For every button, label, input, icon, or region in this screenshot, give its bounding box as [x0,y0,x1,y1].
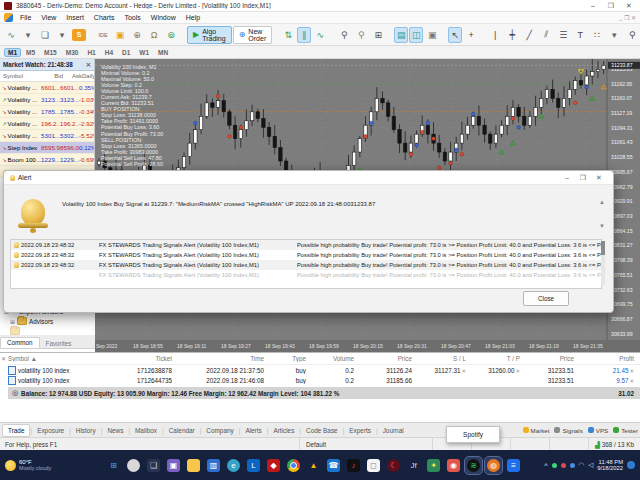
scroll-up-icon[interactable]: ▲ [599,199,605,205]
timeframe-m30[interactable]: M30 [62,48,83,57]
timeframe-m5[interactable]: M5 [22,48,39,57]
candlestick-icon[interactable]: ◫ [409,27,423,43]
start-button[interactable]: ⊞ [105,457,122,474]
line-chart-icon[interactable]: ▣ [424,27,440,43]
linkedin-icon[interactable]: L [245,457,262,474]
col-tp[interactable]: T / P [466,355,520,362]
taskbar-clock[interactable]: 11:48 PM 9/18/2022 [597,459,623,472]
market-watch-close-icon[interactable]: ✕ [86,61,91,68]
col-symbol[interactable]: Symbol ▲ [8,355,100,362]
dialog-minimize-button[interactable]: – [559,174,575,181]
timeframe-d1[interactable]: D1 [118,48,134,57]
tray-icon-blue[interactable] [570,463,575,468]
col-profit[interactable]: Profit [574,355,640,362]
app-orange-icon[interactable]: ◉ [445,457,462,474]
app-purple-icon[interactable]: ▣ [165,457,182,474]
alert-row[interactable]: 2022.09.18 23:48:32FX STEWARDS Trading S… [11,260,601,270]
chart-type-icon[interactable]: ∿ [3,27,19,43]
close-position-icon[interactable]: ✕ [629,368,634,374]
navigator-item-advisors[interactable]: ⊞Advisors [0,316,95,326]
search-icon[interactable] [125,457,142,474]
mw-col-0[interactable]: Symbol [0,73,44,79]
app-white-icon[interactable]: ◻ [365,457,382,474]
search-icon[interactable]: ⚲ [624,27,640,43]
app-amber-icon[interactable]: ◍ [485,457,502,474]
expander-icon[interactable]: ⊞ [10,318,15,325]
edge-icon[interactable]: e [225,457,242,474]
tab-company[interactable]: Company [201,425,238,436]
col-sl[interactable]: S / L [412,355,466,362]
market-watch-row[interactable]: ↘Step Index8595.98596.00.12% [0,142,94,154]
weather-widget[interactable]: 60°F Mostly cloudy [0,459,105,471]
close-button[interactable]: ✕ [622,2,636,10]
market-watch-row[interactable]: ↘Volatility ...5301...5302...-5.52% [0,130,94,142]
app-green-icon[interactable]: ✦ [425,457,442,474]
task-view-icon[interactable]: ❏ [145,457,162,474]
trendline-icon[interactable]: ╱ [521,27,537,43]
alert-dialog-titlebar[interactable]: Alert – ❐ ✕ [4,171,613,185]
alert-list-scrollbar[interactable] [601,241,605,285]
mw-col-2[interactable]: Ask [63,73,82,79]
algo-trading-button[interactable]: ▶Algo Trading [187,26,232,44]
alert-row[interactable]: 2022.09.18 23:48:32FX STEWARDS Trading S… [11,240,601,250]
depth-icon[interactable]: ∥ [297,27,311,43]
timeframe-mn[interactable]: MN [154,48,172,57]
volume-icon[interactable]: ◁ [588,461,593,469]
menu-view[interactable]: View [36,14,61,21]
menu-tools[interactable]: Tools [119,14,145,21]
navigator-tab-favorites[interactable]: Favorites [40,339,78,348]
tab-alerts[interactable]: Alerts [240,425,266,436]
col-time[interactable]: Time [172,355,264,362]
dropdown-icon[interactable]: ▾ [54,27,70,43]
col-volume[interactable]: Volume [306,355,354,362]
tab-history[interactable]: History [71,425,101,436]
tick-icon[interactable]: ⇅ [280,27,296,43]
market-watch-row[interactable]: ↗Volatility ...196.2...196.2...-2.92% [0,118,94,130]
menu-file[interactable]: File [15,14,36,21]
new-chart-icon[interactable]: ❏ [37,27,53,43]
panel-close-icon[interactable]: ✕ [1,355,6,362]
phone-icon[interactable]: ☎ [325,457,342,474]
mw-col-3[interactable]: Daily... [82,73,94,79]
vertical-line-icon[interactable]: | [487,27,503,43]
spotify-icon[interactable]: ≋ [465,457,482,474]
opera-icon[interactable]: ☾ [385,457,402,474]
alert-close-button[interactable]: Close [523,291,569,306]
dialog-close-button[interactable]: ✕ [591,174,607,182]
mw-col-1[interactable]: Bid [44,73,63,79]
dropdown-icon[interactable]: ▾ [20,27,36,43]
col-price[interactable]: Price [354,355,412,362]
doc-window-controls[interactable]: _ ❐ ✕ [619,14,636,21]
close-position-icon[interactable]: ✕ [629,378,634,384]
jf-icon[interactable]: Jf [405,457,422,474]
chrome-icon[interactable] [285,457,302,474]
drive-icon[interactable]: ▲ [305,457,322,474]
navigator-tab-common[interactable]: Common [0,337,40,348]
alert-row[interactable]: 2022.09.18 23:48:32FX STEWARDS Trading S… [11,250,601,260]
tab-code-base[interactable]: Code Base [301,425,343,436]
tab-journal[interactable]: Journal [378,425,409,436]
market-watch-row[interactable]: ↗Volatility ...3123...3123...-1.03% [0,94,94,106]
position-row[interactable]: volatility 100 index17126447352022.09.18… [8,375,640,385]
tiktok-icon[interactable]: ♪ [345,457,362,474]
tray-icon-red[interactable] [561,463,566,468]
timeframe-h4[interactable]: H4 [101,48,117,57]
tab-experts[interactable]: Experts [344,425,376,436]
tab-calendar[interactable]: Calendar [164,425,200,436]
status-profile[interactable]: Default [299,438,432,450]
menu-help[interactable]: Help [181,14,205,21]
cursor-icon[interactable]: ↖ [448,27,462,43]
new-order-button[interactable]: ⊕New Order [233,26,273,44]
notification-center-icon[interactable] [627,461,635,469]
position-row[interactable]: volatility 100 index17126388782022.09.18… [8,365,640,375]
menu-window[interactable]: Window [146,14,181,21]
bar-chart-icon[interactable]: ▤ [394,27,408,43]
tab-exposure[interactable]: Exposure [32,425,69,436]
timeframe-w1[interactable]: W1 [135,48,153,57]
dropdown-icon[interactable]: ▾ [606,27,622,43]
scroll-down-icon[interactable]: ▼ [599,223,605,229]
crosshair-icon[interactable]: + [463,27,479,43]
market-watch-row[interactable]: ↘Volatility ...1785...1785...-0.34% [0,106,94,118]
minimize-button[interactable]: – [586,2,600,9]
col-price[interactable]: Price [520,355,574,362]
